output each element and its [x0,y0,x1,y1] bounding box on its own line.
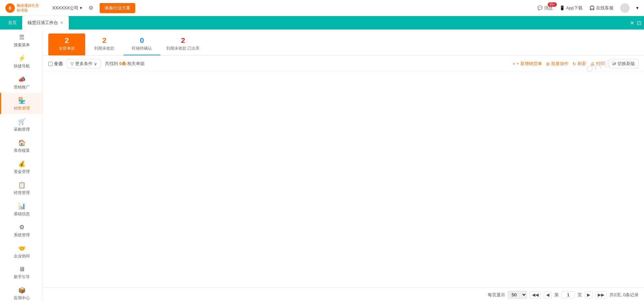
page-number-input[interactable] [561,291,575,298]
stats-tab-all[interactable]: 2 全部单据 [48,34,85,55]
sidebar-item-system[interactable]: ⚙ 系统管理 [0,220,43,241]
sidebar-item-sales[interactable]: 🏪 销售管理 [0,93,43,114]
stats-tab-overdue-num: 2 [91,36,117,45]
tab-work-bench[interactable]: 钱货日清工作台 ✕ [22,16,69,29]
print-label: 打印 [596,61,605,67]
per-page-select[interactable]: 50 10 20 100 [508,291,527,299]
batch-icon: ⊞ [546,61,550,66]
logo-text: 畅捷通好生意 标准版 [17,3,39,12]
settings-icon[interactable]: ⚙ [86,3,96,13]
main-layout: ☰ 搜索菜单 ⚡ 快捷导航 📣 营销推广 🏪 销售管理 🛒 采购管理 🏠 库存核… [0,29,644,302]
sidebar-item-label: 资金管理 [14,169,30,175]
select-all-label: 全选 [54,61,63,67]
app-download-label: App下载 [566,5,583,11]
switch-label: 切换新版 [618,61,635,67]
tab-home[interactable]: 首页 [3,16,22,29]
batch-button[interactable]: ⊞ 批量操作 [546,61,569,67]
sidebar: ☰ 搜索菜单 ⚡ 快捷导航 📣 营销推广 🏪 销售管理 🛒 采购管理 🏠 库存核… [0,29,43,302]
company-selector[interactable]: XXXXXX公司 ▾ [52,5,82,11]
refresh-label: 刷新 [578,61,586,67]
sidebar-item-shortcut[interactable]: ⚡ 快捷导航 [0,51,43,72]
online-service-area[interactable]: 🎧 在线客服 [589,5,613,11]
sidebar-item-label: 库存核算 [14,148,30,154]
refresh-icon: ↻ [573,61,576,66]
avatar[interactable] [620,3,630,13]
found-text: 共找到 0条 相关单据 [105,61,145,67]
stats-tab-overdue[interactable]: 2 到期未收款 [86,34,123,55]
per-page-label: 每页显示 [488,292,505,298]
sidebar-item-inventory[interactable]: 🏠 库存核算 [0,135,43,156]
add-icon: + [513,61,515,66]
system-icon: ⚙ [19,224,24,231]
top-bar: 6 畅捷通好生意 标准版 XXXXXX公司 ▾ ⚙ 体验行业方案 💬 消息 99… [0,0,644,16]
first-page-button[interactable]: ◀◀ [530,291,541,298]
print-button[interactable]: 🖨 打印 [590,61,605,67]
app-download-area[interactable]: 📱 App下载 [559,5,583,11]
stats-tab-wangpu[interactable]: 0 旺铺待确认 [123,34,160,55]
online-service-icon: 🎧 [589,5,595,10]
purchase-icon: 🛒 [18,118,25,125]
add-label: + 新增销货单 [517,61,542,67]
sidebar-item-app-center[interactable]: 📦 应用中心 [0,283,43,302]
sidebar-item-guide[interactable]: 🖥 新手引导 [0,262,43,283]
online-service-label: 在线客服 [596,5,613,11]
total-records: 共0页, 0条记录 [609,292,639,298]
sidebar-item-label: 企业协同 [14,253,30,259]
tab-home-label: 首页 [8,20,17,26]
shortcut-icon: ⚡ [18,55,25,62]
sidebar-item-label: 营销推广 [14,84,30,90]
sidebar-item-search[interactable]: ☰ 搜索菜单 [0,29,43,51]
stats-tab-wangpu-num: 0 [129,36,155,45]
add-order-button[interactable]: + + 新增销货单 [513,61,542,67]
pagination: 每页显示 50 10 20 100 ◀◀ ◀ 第 页 ▶ ▶▶ 共0页, 0条记… [43,287,644,302]
stats-tab-overdue-out-label: 到期未收款 已出库 [166,46,200,51]
tab-close-icon[interactable]: ✕ [60,20,63,25]
toolbar: 全选 ▽ 更多条件 ∨ 共找到 0条 相关单据 + + 新增销货单 ⊞ 批量操作 [43,56,644,72]
base-info-icon: 📊 [18,202,25,210]
sidebar-item-label: 基础信息 [14,211,30,217]
sidebar-item-finance[interactable]: 💰 资金管理 [0,156,43,177]
page-prefix-label: 第 [554,292,559,298]
sidebar-item-enterprise[interactable]: 🤝 企业协同 [0,241,43,262]
trial-button[interactable]: 体验行业方案 [100,3,135,13]
sidebar-item-marketing[interactable]: 📣 营销推广 [0,72,43,93]
sidebar-item-label: 新手引导 [14,274,30,280]
message-area[interactable]: 💬 消息 99+ [537,5,553,11]
sidebar-item-base-info[interactable]: 📊 基础信息 [0,198,43,220]
enterprise-icon: 🤝 [18,245,25,252]
user-dropdown-arrow[interactable]: ▾ [636,5,639,10]
marketing-icon: 📣 [18,76,25,83]
message-badge: 99+ [548,2,557,7]
select-all-checkbox[interactable]: 全选 [48,61,63,67]
sidebar-item-label: 系统管理 [14,232,30,238]
filter-label: 更多条件 [75,61,93,67]
refresh-button[interactable]: ↻ 刷新 [573,61,586,67]
sidebar-item-label: 快捷导航 [14,63,30,69]
app-download-icon: 📱 [559,5,565,10]
stats-tab-overdue-label: 到期未收款 [91,46,117,51]
logo-icon: 6 [5,3,15,13]
sidebar-item-label: 搜索菜单 [14,42,30,48]
page-suffix-label: 页 [578,292,582,298]
window-controls: ✕ ⊡ [630,20,641,26]
search-menu-icon: ☰ [19,34,24,41]
last-page-button[interactable]: ▶▶ [595,291,607,298]
stats-tab-overdue-out[interactable]: 2 到期未收款 已出库 [161,34,205,55]
switch-icon: ⇄ [612,61,616,66]
switch-version-button[interactable]: ⇄ 切换新版 [609,59,639,68]
logo-area: 6 畅捷通好生意 标准版 [5,3,48,13]
sidebar-item-operation[interactable]: 📋 经营管理 [0,177,43,198]
sidebar-item-purchase[interactable]: 🛒 采购管理 [0,114,43,135]
message-icon: 💬 [537,5,543,10]
main-content: 2 全部单据 2 到期未收款 0 旺铺待确认 2 到期未收款 已出库 全选 [43,29,644,302]
filter-icon: ▽ [70,61,74,66]
next-page-button[interactable]: ▶ [585,291,593,298]
sidebar-item-label: 销售管理 [14,106,30,111]
print-icon: 🖨 [590,61,595,66]
select-all-input[interactable] [48,62,53,66]
found-count: 0条 [119,61,126,66]
window-maximize-icon[interactable]: ⊡ [637,20,641,26]
window-minimize-icon[interactable]: ✕ [630,20,634,26]
prev-page-button[interactable]: ◀ [544,291,552,298]
filter-button[interactable]: ▽ 更多条件 ∨ [67,59,101,68]
